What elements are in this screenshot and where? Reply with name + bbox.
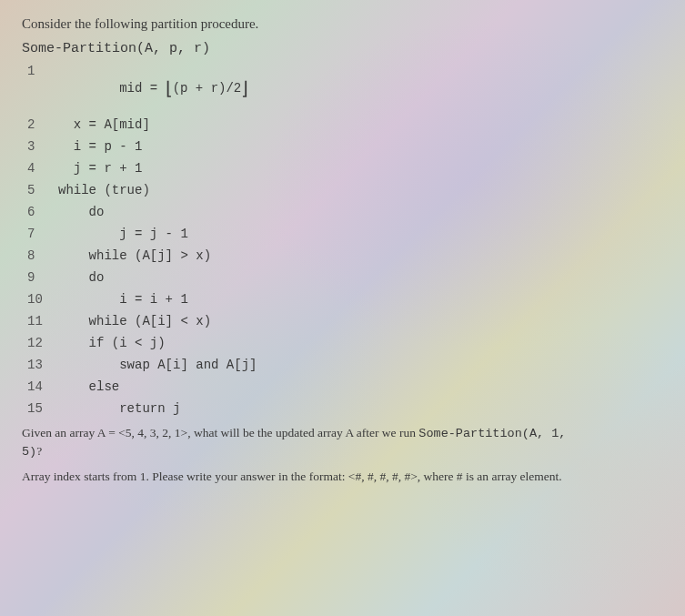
line-number: 1 (27, 64, 58, 78)
code-statement: j = j - 1 (58, 227, 188, 241)
code-statement: if (i < j) (58, 336, 166, 350)
code-statement: while (true) (58, 183, 150, 197)
floor-expression: ⌊(p + r)/2⌋ (166, 78, 249, 96)
code-statement: else (58, 379, 119, 394)
floor-inner: (p + r)/2 (173, 81, 242, 96)
code-line: 5 while (true) (27, 183, 663, 197)
code-statement: x = A[mid] (58, 117, 150, 132)
question-paragraph-1: Given an array A = <5, 4, 3, 2, 1>, what… (22, 425, 586, 461)
line-number: 5 (27, 183, 58, 197)
code-line: 10 i = i + 1 (27, 292, 663, 307)
code-line: 1 mid = ⌊(p + r)/2⌋ (27, 64, 663, 110)
code-statement: i = p - 1 (58, 139, 142, 154)
code-statement: do (58, 270, 104, 285)
code-statement: return j (58, 401, 180, 416)
code-line: 6 do (27, 205, 663, 219)
line-number: 15 (27, 401, 58, 416)
code-line: 7 j = j - 1 (27, 227, 663, 241)
line-number: 6 (27, 205, 58, 219)
code-line: 12 if (i < j) (27, 336, 663, 350)
code-statement: while (A[i] < x) (58, 314, 211, 328)
line-number: 4 (27, 161, 58, 176)
stmt-prefix: mid = (119, 81, 165, 96)
line-number: 3 (27, 139, 58, 154)
code-line: 14 else (27, 379, 663, 394)
question-block: Given an array A = <5, 4, 3, 2, 1>, what… (22, 425, 586, 486)
code-line: 3 i = p - 1 (27, 139, 663, 154)
line-number: 12 (27, 336, 58, 350)
procedure-name: Some-Partition(A, p, r) (22, 41, 663, 56)
line-number: 11 (27, 314, 58, 328)
question-text: Given an array A = <5, 4, 3, 2, 1>, what… (22, 426, 418, 439)
line-number: 7 (27, 227, 58, 241)
code-line: 13 swap A[i] and A[j] (27, 358, 663, 372)
code-statement: swap A[i] and A[j] (58, 358, 257, 372)
line-number: 9 (27, 270, 58, 285)
line-number: 10 (27, 292, 58, 307)
problem-header: Consider the following partition procedu… (22, 16, 663, 32)
code-statement: while (A[j] > x) (58, 248, 211, 263)
code-line: 11 while (A[i] < x) (27, 314, 663, 328)
code-statement: mid = ⌊(p + r)/2⌋ (58, 64, 248, 110)
line-number: 14 (27, 379, 58, 394)
code-line: 8 while (A[j] > x) (27, 248, 663, 263)
code-line: 9 do (27, 270, 663, 285)
code-statement: j = r + 1 (58, 161, 142, 176)
pseudocode-block: 1 mid = ⌊(p + r)/2⌋ 2 x = A[mid] 3 i = p… (27, 64, 663, 416)
question-paragraph-2: Array index starts from 1. Please write … (22, 469, 586, 486)
code-statement: do (58, 205, 104, 219)
code-line: 15 return j (27, 401, 663, 416)
code-line: 2 x = A[mid] (27, 117, 663, 132)
code-statement: i = i + 1 (58, 292, 188, 307)
left-floor-icon: ⌊ (166, 81, 173, 96)
line-number: 13 (27, 358, 58, 372)
code-line: 4 j = r + 1 (27, 161, 663, 176)
line-number: 2 (27, 117, 58, 132)
right-floor-icon: ⌋ (241, 81, 248, 96)
line-number: 8 (27, 248, 58, 263)
question-qmark: ? (36, 444, 42, 458)
